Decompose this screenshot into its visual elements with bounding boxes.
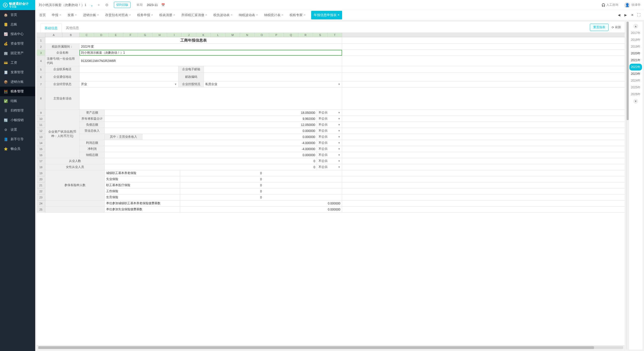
sidebar-item-guide[interactable]: 📘新手引导 [0,134,35,144]
year-item-2023年[interactable]: 2023年 [629,71,642,77]
sidebar-item-archive[interactable]: 🗄归档管理 [0,106,35,115]
tab-10[interactable]: 纳税统计表✕ [264,10,284,20]
tab-12[interactable]: 年报信息申报表✕ [311,11,342,19]
postcode-value[interactable] [204,73,342,81]
row-num[interactable]: 7 [37,81,45,87]
close-icon[interactable]: ✕ [281,13,284,17]
publish-dropdown[interactable]: 不公示▼ [317,116,342,122]
row-num[interactable]: 11 [37,122,45,128]
tab-2[interactable]: 发票✕ [67,10,77,20]
publish-dropdown[interactable]: 不公示▼ [317,110,342,116]
row-num[interactable]: 4 [37,56,45,66]
col-head-K[interactable]: K [196,33,211,37]
fin-value[interactable]: -4.000000 [105,146,317,152]
calendar-icon[interactable]: 📅 [161,3,165,7]
ins-value[interactable]: 0 [180,176,342,182]
row-num[interactable]: 3 [37,50,45,56]
period-range-value[interactable]: 2022年度 [79,44,342,50]
col-head-A[interactable]: A [45,33,62,37]
close-icon[interactable]: ✕ [75,13,77,17]
sidebar-item-stock[interactable]: 📦进销台账 [0,77,35,87]
col-head-N[interactable]: N [240,33,255,37]
col-head-P[interactable]: P [269,33,284,37]
sub-tab-0[interactable]: 基础信息 [40,24,62,32]
tab-close-all-icon[interactable]: ✕ [629,12,635,18]
fin-value[interactable]: -4.000000 [105,140,317,146]
reset-report-button[interactable]: 重置报表 [590,24,609,31]
row-num[interactable]: 21 [37,182,45,188]
add-icon[interactable]: ＋ [96,2,102,8]
publish-dropdown[interactable]: 不公示▼ [317,152,342,158]
close-icon[interactable]: ✕ [230,13,233,17]
row-num[interactable]: 16 [37,152,45,158]
publish-dropdown[interactable]: 不公示▼ [317,134,342,140]
switch-old-button[interactable]: 切到旧版 [114,2,131,8]
col-head-H[interactable]: H [152,33,167,37]
row-num[interactable]: 24 [37,200,45,206]
ins-value[interactable]: 0 [180,170,342,176]
year-item-2020年[interactable]: 2020年 [629,50,642,57]
close-icon[interactable]: ✕ [173,13,175,17]
user-menu[interactable]: 👤 徐泽华 [624,2,640,8]
row-num[interactable]: 9 [37,110,45,116]
col-head-L[interactable]: L [211,33,225,37]
account-chevron-icon[interactable]: ⌄ [90,3,93,7]
tab-7[interactable]: 所得税汇算清缴✕ [181,10,208,20]
row-num[interactable]: 20 [37,176,45,182]
row-num[interactable]: 19 [37,170,45,176]
tab-0[interactable]: 首页 [39,10,46,20]
close-icon[interactable]: ✕ [59,13,61,17]
close-icon[interactable]: ✕ [337,13,340,17]
uscc-value[interactable]: 91320811MA7NGR2W6R [79,56,342,66]
email-value[interactable] [204,66,342,73]
company-name-value[interactable]: 刘小艳演示账套（勿删勿动！）1 [79,50,342,56]
row-num[interactable]: 23 [37,194,45,200]
fin-value[interactable]: 0.000000 [105,152,317,158]
year-item-2021年[interactable]: 2021年 [629,57,642,64]
tab-4[interactable]: 存货别名对照表✕ [105,10,132,20]
col-head-I[interactable]: I [167,33,182,37]
year-item-2019年[interactable]: 2019年 [629,43,642,50]
col-head-O[interactable]: O [255,33,269,37]
tab-6[interactable]: 税表清册✕ [159,10,176,20]
col-head-S[interactable]: S [313,33,328,37]
publish-dropdown[interactable]: 不公示▼ [317,146,342,152]
status-dropdown[interactable]: 开业▼ [79,81,179,87]
period-value[interactable]: 2023-11 [147,3,158,7]
sheet-body[interactable]: 1工商年报信息表2税款所属期间：2022年度3企业名称刘小艳演示账套（勿删勿动！… [37,37,625,345]
sidebar-item-salary[interactable]: 💳工资 [0,58,35,67]
vertical-scrollbar[interactable] [626,22,629,349]
close-icon[interactable]: ✕ [129,13,131,17]
row-num[interactable]: 14 [37,140,45,146]
year-item-2026年[interactable]: 2026年 [629,91,642,98]
sidebar-item-chart[interactable]: 📈报表中心 [0,29,35,39]
sidebar-item-closing[interactable]: ✅结账 [0,96,35,106]
col-head-R[interactable]: R [298,33,313,37]
tab-11[interactable]: 税检专家✕ [289,10,306,20]
tab-3[interactable]: 进销台账✕ [83,10,100,20]
close-icon[interactable]: ✕ [151,13,153,17]
year-item-2022年[interactable]: 2022年 [629,64,642,71]
refresh-button[interactable]: ⟳ 刷新 [612,25,621,29]
publish-dropdown[interactable]: 不公示▼ [317,164,342,170]
tab-8[interactable]: 税负波动表✕ [213,10,233,20]
col-head-J[interactable]: J [182,33,196,37]
fin-value[interactable]: 18.050000 [105,110,317,116]
tab-9[interactable]: 纳税波动表✕ [238,10,259,20]
base-value[interactable]: 0.000000 [180,206,342,212]
emp-value[interactable]: 0 [105,158,317,164]
close-icon[interactable]: ✕ [97,13,99,17]
tab-prev-icon[interactable]: ◀ [616,12,622,18]
row-num[interactable]: 22 [37,188,45,194]
year-item-2018年[interactable]: 2018年 [629,37,642,43]
sidebar-item-invoice[interactable]: 🧾发票管理 [0,67,35,77]
col-head-G[interactable]: G [138,33,152,37]
close-icon[interactable]: ✕ [205,13,207,17]
holding-dropdown[interactable]: 私营企业▼ [204,81,342,87]
publish-dropdown[interactable]: 不公示▼ [317,122,342,128]
main-biz-value[interactable] [79,87,342,110]
fin-value[interactable]: 9.992000 [105,116,317,122]
year-up-icon[interactable]: ▲ [633,24,638,29]
row-num[interactable]: 6 [37,73,45,81]
sidebar-item-reimburse[interactable]: 🔄小畅报销 [0,115,35,125]
